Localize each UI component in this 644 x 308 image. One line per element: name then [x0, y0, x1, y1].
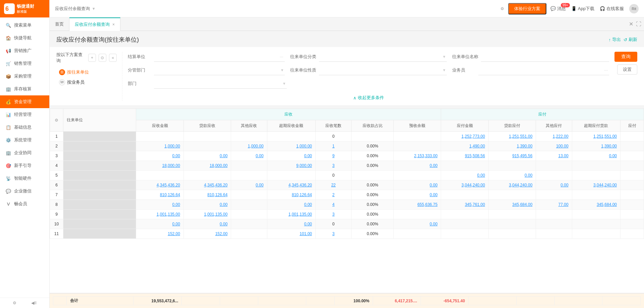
table-cell[interactable]: 1,000.00: [231, 141, 267, 151]
table-cell[interactable]: 1: [50, 132, 63, 141]
table-cell[interactable]: 0.00: [394, 161, 441, 171]
tab-close-icon[interactable]: ×: [112, 22, 115, 27]
table-cell[interactable]: 9: [50, 210, 63, 219]
table-cell[interactable]: 9,000.00: [267, 161, 315, 171]
table-cell[interactable]: 0.00: [183, 219, 231, 229]
sidebar-item-guide[interactable]: 🎯 新手引导: [0, 159, 49, 172]
filter-collapse-btn[interactable]: «: [109, 54, 117, 62]
table-cell[interactable]: 0.00%: [352, 190, 394, 200]
filter-add-btn[interactable]: +: [88, 54, 96, 62]
table-cell[interactable]: 0.00: [394, 219, 441, 229]
table-cell[interactable]: 4,345,436.20: [183, 180, 231, 190]
sidebar-item-basic-info[interactable]: 📋 基础信息: [0, 121, 49, 134]
sidebar-settings-icon[interactable]: ⚙: [13, 301, 16, 305]
table-cell[interactable]: 3,044,240.00: [488, 180, 536, 190]
table-cell[interactable]: 0.00%: [352, 219, 394, 229]
table-cell[interactable]: 0.00: [572, 151, 620, 161]
tab-accounts[interactable]: 应收应付余额查询 ×: [69, 17, 120, 31]
table-wrapper[interactable]: ⚙ 往来单位 应收 应付 应收金额 贷款应收 其他应收 超期应收金额: [50, 108, 644, 293]
table-cell[interactable]: 0: [316, 219, 352, 229]
table-cell[interactable]: 18,000.00: [183, 161, 231, 171]
tabbar-close-icon[interactable]: ✕: [629, 21, 633, 27]
dept-input[interactable]: ▾: [154, 65, 285, 75]
table-cell[interactable]: 0.00: [394, 190, 441, 200]
table-cell[interactable]: 1,000.00: [267, 141, 315, 151]
table-cell[interactable]: 1,001,135.00: [267, 210, 315, 219]
table-cell[interactable]: 0.00: [231, 180, 267, 190]
table-cell[interactable]: 810,126.64: [136, 190, 183, 200]
sidebar-item-enterprise[interactable]: 🏢 企业协同: [0, 146, 49, 159]
sidebar-item-operations[interactable]: 📊 经营管理: [0, 108, 49, 121]
table-cell[interactable]: 1,252,773.00: [441, 132, 488, 141]
table-cell[interactable]: 0.00%: [352, 200, 394, 210]
table-cell[interactable]: 0.00: [136, 219, 183, 229]
app-download-action[interactable]: 📱 App下载: [571, 6, 594, 12]
table-cell[interactable]: 345,761.00: [441, 200, 488, 210]
sidebar-item-wechat[interactable]: 💬 企业微信: [0, 185, 49, 197]
table-cell[interactable]: 0.00%: [352, 151, 394, 161]
table-cell[interactable]: 1,490.00: [441, 141, 488, 151]
table-cell[interactable]: 1,390.00: [572, 141, 620, 151]
table-cell[interactable]: 0.00: [536, 180, 572, 190]
table-cell[interactable]: 1,222.00: [536, 132, 572, 141]
table-cell[interactable]: 11: [50, 229, 63, 239]
table-cell[interactable]: 1,251,551.00: [488, 132, 536, 141]
tab-home[interactable]: 首页: [50, 17, 69, 31]
table-cell[interactable]: 1: [316, 141, 352, 151]
table-cell[interactable]: 1,390.00: [488, 141, 536, 151]
sidebar-collapse-icon[interactable]: ◀II: [31, 301, 37, 305]
sidebar-item-marketing[interactable]: 📢 营销推广: [0, 44, 49, 57]
unitname-input[interactable]: [481, 52, 609, 62]
filter-settings-btn[interactable]: ⊙: [99, 54, 106, 62]
table-cell[interactable]: 0.00: [183, 151, 231, 161]
table-cell[interactable]: 5: [50, 171, 63, 180]
sidebar-item-system[interactable]: ⚙️ 系统管理: [0, 134, 49, 146]
table-cell[interactable]: 1,251,551.00: [572, 132, 620, 141]
table-settings-icon[interactable]: ⚙: [55, 118, 58, 123]
table-cell[interactable]: 0.00: [231, 151, 267, 161]
table-cell[interactable]: 915,508.56: [441, 151, 488, 161]
table-cell[interactable]: 1,001,135.00: [136, 210, 183, 219]
sidebar-item-sales[interactable]: 🛒 销售管理: [0, 57, 49, 70]
table-cell[interactable]: 3: [316, 161, 352, 171]
table-cell[interactable]: 0.00%: [352, 180, 394, 190]
table-cell[interactable]: 0.00: [441, 171, 488, 180]
table-cell[interactable]: 2: [316, 190, 352, 200]
salesperson-input[interactable]: ···: [478, 65, 609, 75]
table-cell[interactable]: 0.00: [267, 219, 315, 229]
table-cell[interactable]: 2,153,333.00: [394, 151, 441, 161]
table-cell[interactable]: 810,126.64: [267, 190, 315, 200]
table-cell[interactable]: 152.00: [183, 229, 231, 239]
table-cell[interactable]: 0.00: [183, 200, 231, 210]
table-cell[interactable]: 915,495.56: [488, 151, 536, 161]
table-cell[interactable]: 0.00%: [352, 161, 394, 171]
sidebar-item-purchase[interactable]: 📦 采购管理: [0, 70, 49, 83]
table-cell[interactable]: 655,636.75: [394, 200, 441, 210]
table-cell[interactable]: 0: [316, 132, 352, 141]
sidebar-item-finance[interactable]: 💰 资金管理: [0, 95, 49, 108]
table-cell[interactable]: 0.00: [488, 171, 536, 180]
refresh-button[interactable]: ↺ 刷新: [624, 37, 637, 43]
table-cell[interactable]: 4,345,436.20: [267, 180, 315, 190]
table-cell[interactable]: 8: [50, 200, 63, 210]
sidebar-item-search[interactable]: 🔍 搜索菜单: [0, 19, 49, 32]
table-cell[interactable]: 18,000.00: [136, 161, 183, 171]
online-service-action[interactable]: 🎧 在线客服: [600, 6, 624, 12]
table-cell[interactable]: 4: [50, 161, 63, 171]
table-cell[interactable]: 152.00: [136, 229, 183, 239]
tabbar-expand-icon[interactable]: ⛶: [636, 21, 641, 27]
sidebar-item-quick-nav[interactable]: 🏠 快捷导航: [0, 32, 49, 44]
filter-nav-by-unit[interactable]: 圆 按往来单位: [56, 68, 117, 77]
sidebar-item-member[interactable]: V 畅会员: [0, 197, 49, 210]
table-cell[interactable]: 345,684.00: [488, 200, 536, 210]
table-cell[interactable]: 3: [50, 151, 63, 161]
table-cell[interactable]: 810,126.64: [183, 190, 231, 200]
department-input[interactable]: ▾: [154, 79, 287, 89]
table-cell[interactable]: 10: [50, 219, 63, 229]
table-cell[interactable]: 0.00: [136, 151, 183, 161]
collapse-conditions-btn[interactable]: ∧ 收起更多条件: [353, 95, 384, 101]
query-button[interactable]: 查询: [614, 52, 637, 62]
table-header-settings[interactable]: ⚙: [50, 109, 63, 132]
table-cell[interactable]: 9: [316, 151, 352, 161]
table-cell[interactable]: 6: [50, 180, 63, 190]
